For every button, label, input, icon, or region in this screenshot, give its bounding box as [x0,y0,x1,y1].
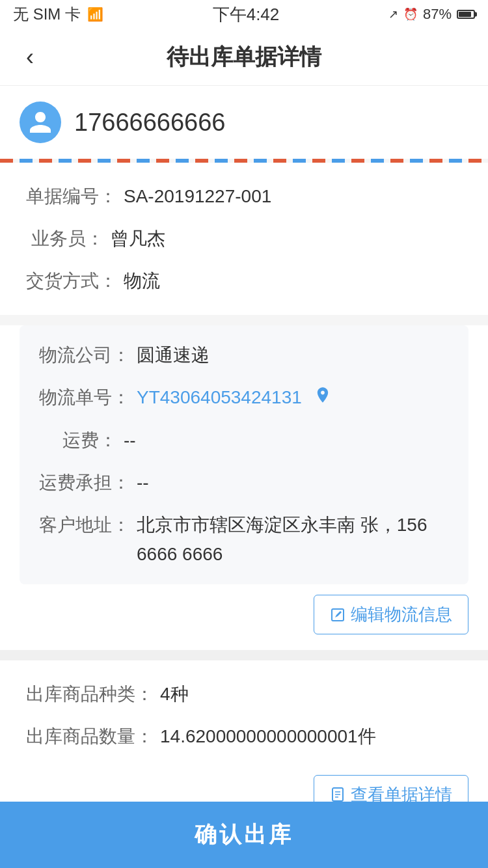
battery-icon [457,10,475,19]
user-avatar-icon [27,109,53,135]
document-icon [330,787,346,802]
logistics-card: 物流公司： 圆通速递 物流单号： YT43064053424131 运费： -- [20,325,468,584]
freight-bearer-value: -- [137,468,449,498]
logistics-company-row: 物流公司： 圆通速递 [39,341,449,370]
order-number-row: 单据编号： SA-20191227-001 [26,182,462,211]
product-types-row: 出库商品种类： 4种 [26,680,462,709]
location-pin-icon[interactable] [314,384,332,413]
edit-logistics-button[interactable]: 编辑物流信息 [314,595,468,634]
product-quantity-label: 出库商品数量： [26,722,160,752]
nav-bar: ‹ 待出库单据详情 [0,29,488,86]
confirm-button-label: 确认出库 [195,822,293,847]
delivery-method-label: 交货方式： [26,267,124,296]
separator [0,650,488,660]
order-number-value: SA-20191227-001 [124,182,462,211]
wifi-icon: 📶 [87,7,103,22]
freight-row: 运费： -- [39,426,449,455]
freight-bearer-row: 运费承担： -- [39,468,449,498]
status-right: ↗ ⏰ 87% [388,6,475,23]
freight-bearer-label: 运费承担： [39,468,137,498]
stock-info-section: 出库商品种类： 4种 出库商品数量： 14.62000000000000001件 [0,660,488,765]
document-info-section: 单据编号： SA-20191227-001 业务员： 曾凡杰 交货方式： 物流 [0,163,488,315]
product-types-value: 4种 [160,680,462,709]
sales-person-value: 曾凡杰 [111,224,462,254]
product-quantity-value: 14.62000000000000001件 [160,722,462,752]
page-title: 待出库单据详情 [167,42,321,72]
delivery-method-row: 交货方式： 物流 [26,267,462,296]
confirm-btn-container[interactable]: 确认出库 [0,802,488,868]
address-row: 客户地址： 北京市市辖区海淀区永丰南 张，156 6666 6666 [39,511,449,569]
status-left: 无 SIM 卡 📶 [13,4,103,25]
delivery-method-value: 物流 [124,267,462,296]
order-number-label: 单据编号： [26,182,124,211]
sales-person-label: 业务员： [26,224,111,254]
freight-value: -- [124,426,449,455]
product-quantity-row: 出库商品数量： 14.62000000000000001件 [26,722,462,752]
avatar [20,102,61,143]
sales-person-row: 业务员： 曾凡杰 [26,224,462,254]
address-value: 北京市市辖区海淀区永丰南 张，156 6666 6666 [137,511,449,569]
battery-percent: 87% [423,6,452,23]
edit-icon [330,607,346,623]
user-section: 17666666666 [0,86,488,159]
edit-btn-row: 编辑物流信息 [0,584,488,650]
tracking-label: 物流单号： [39,383,137,413]
logistics-company-value: 圆通速递 [137,341,449,370]
carrier-label: 无 SIM 卡 [13,4,81,25]
freight-label: 运费： [39,426,124,455]
product-types-label: 出库商品种类： [26,680,160,709]
status-time: 下午4:42 [213,3,280,26]
user-phone: 17666666666 [74,109,225,137]
back-button[interactable]: ‹ [20,37,40,77]
status-bar: 无 SIM 卡 📶 下午4:42 ↗ ⏰ 87% [0,0,488,29]
address-label: 客户地址： [39,511,137,540]
location-icon: ↗ [388,7,398,21]
alarm-icon: ⏰ [403,7,418,21]
tracking-row: 物流单号： YT43064053424131 [39,383,449,413]
tracking-value: YT43064053424131 [137,383,449,413]
logistics-company-label: 物流公司： [39,341,137,370]
